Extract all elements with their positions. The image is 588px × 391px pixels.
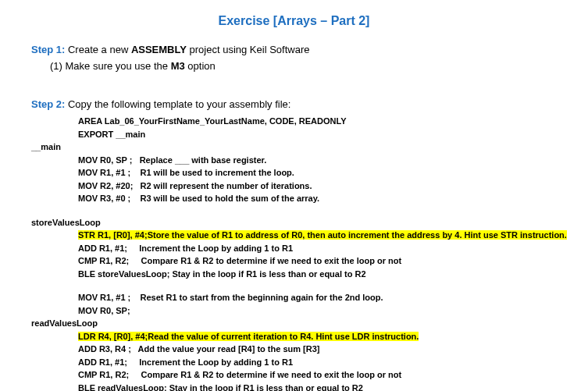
- code-line: MOV R3, #0 ; R3 will be used to hold the…: [31, 192, 557, 205]
- code-line: BLE storeValuesLoop; Stay in the loop if…: [31, 268, 557, 281]
- code-block: AREA Lab_06_YourFirstName_YourLastName, …: [31, 115, 557, 391]
- highlighted-text: STR R1, [R0], #4;Store the value of R1 t…: [78, 230, 567, 240]
- code-line: MOV R0, SP;: [31, 304, 557, 318]
- step2-line: Step 2: Copy the following template to y…: [31, 98, 557, 110]
- code-line: BLE readValuesLoop; Stay in the loop if …: [31, 382, 557, 392]
- code-line: ADD R3, R4 ; Add the value your read [R4…: [31, 343, 557, 356]
- page-title: Exercise [Arrays – Part 2]: [31, 14, 557, 28]
- step1-sub-suffix: option: [185, 60, 216, 72]
- step1-subline: (1) Make sure you use the M3 option: [50, 60, 557, 72]
- step1-text-before: Create a new: [65, 44, 131, 55]
- code-label-store: storeValuesLoop: [31, 216, 557, 229]
- code-line: MOV R2, #20; R2 will represent the numbe…: [31, 180, 557, 193]
- code-line-highlight: LDR R4, [R0], #4;Read the value of curre…: [31, 330, 557, 343]
- code-line: MOV R0, SP ; Replace ___ with base regis…: [31, 154, 557, 167]
- code-line: EXPORT __main: [31, 128, 557, 141]
- step1-sub-bold: M3: [171, 60, 185, 72]
- highlighted-text: LDR R4, [R0], #4;Read the value of curre…: [78, 332, 419, 341]
- step2-text: Copy the following template to your asse…: [65, 98, 290, 110]
- code-line: AREA Lab_06_YourFirstName_YourLastName, …: [31, 115, 557, 128]
- code-line: MOV R1, #1 ; R1 will be used to incremen…: [31, 166, 557, 180]
- code-label-read: readValuesLoop: [31, 317, 557, 330]
- code-line-highlight: STR R1, [R0], #4;Store the value of R1 t…: [31, 229, 557, 242]
- step1-sub-prefix: (1) Make sure you use the: [50, 60, 171, 72]
- code-line: CMP R1, R2; Compare R1 & R2 to determine…: [31, 368, 557, 382]
- step1-label: Step 1:: [31, 44, 65, 55]
- code-line: CMP R1, R2; Compare R1 & R2 to determine…: [31, 254, 557, 268]
- step2-label: Step 2:: [31, 98, 65, 110]
- code-line: ADD R1, #1; Increment the Loop by adding…: [31, 242, 557, 255]
- code-label-main: __main: [31, 140, 557, 154]
- code-line: ADD R1, #1; Increment the Loop by adding…: [31, 356, 557, 369]
- step1-line: Step 1: Create a new ASSEMBLY project us…: [31, 44, 557, 55]
- step1-bold: ASSEMBLY: [131, 44, 187, 55]
- step1-text-after: project using Keil Software: [187, 44, 310, 55]
- code-line: MOV R1, #1 ; Reset R1 to start from the …: [31, 291, 557, 304]
